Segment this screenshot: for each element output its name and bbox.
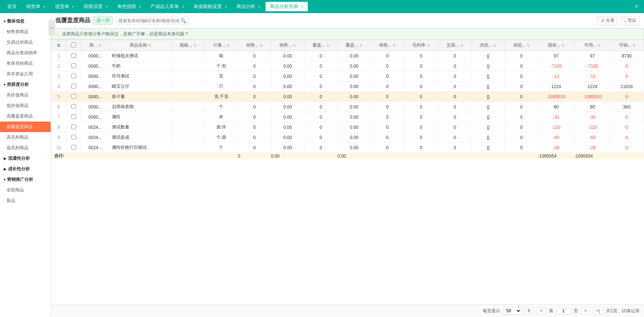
row-current: -28 xyxy=(538,143,574,153)
col-gross-margin[interactable]: 毛利率 ⇅ xyxy=(404,40,438,51)
nav-permissions[interactable]: 权限设置 × xyxy=(79,2,112,11)
col-cover1[interactable]: 覆盖... ⇅ xyxy=(304,40,337,51)
col-browse1[interactable]: 浏览... ⇅ xyxy=(472,40,505,51)
row-browse1[interactable]: 0 xyxy=(472,112,505,122)
sidebar-section-overall[interactable]: ▾ 整体信息 xyxy=(0,16,51,27)
row-checkbox[interactable] xyxy=(66,132,81,143)
col-current[interactable]: 现有... ⇅ xyxy=(538,40,574,51)
header-actions: ↗ 分享 ↓ 导出 xyxy=(597,16,640,25)
row-current: 80 xyxy=(538,102,574,112)
nav-analysis[interactable]: 商品分析 × xyxy=(232,2,265,11)
col-name[interactable]: 商品名称 ⇅ xyxy=(109,40,171,51)
row-browse1[interactable]: 0 xyxy=(472,102,505,112)
nav-close-all-button[interactable]: × xyxy=(632,2,641,11)
sidebar-section-cluster[interactable]: ▾ 类群度分析 xyxy=(0,79,51,90)
col-sales3[interactable]: 销售... ⇅ xyxy=(371,40,404,51)
row-browse1[interactable]: 0 xyxy=(472,132,505,143)
col-trade[interactable]: 交易... ⇅ xyxy=(438,40,471,51)
row-sales-qty: 0 xyxy=(238,82,271,92)
row-trade: 0 xyxy=(438,132,471,143)
sidebar-item-in-stock[interactable]: 有库存的商品 xyxy=(0,58,51,69)
sidebar-item-high-coverage[interactable]: 高覆盖度商品 xyxy=(0,111,51,122)
sidebar-item-high-margin[interactable]: 高毛利商品 xyxy=(0,132,51,143)
sidebar-item-traded-goods[interactable]: 交易过的商品 xyxy=(0,37,51,48)
row-checkbox[interactable] xyxy=(66,71,81,82)
col-unit[interactable]: 计量... ⇅ xyxy=(205,40,238,51)
row-available: -28 xyxy=(574,143,611,153)
nav-permissions-close[interactable]: × xyxy=(106,5,108,9)
nav-analysis-list[interactable]: 商品分析列表 × xyxy=(266,2,308,11)
first-page-button[interactable]: K xyxy=(525,307,534,314)
row-checkbox[interactable] xyxy=(66,92,81,102)
col-checkbox[interactable] xyxy=(66,40,81,51)
col-cover2[interactable]: 覆盖... ⇅ xyxy=(338,40,371,51)
export-icon: ↓ xyxy=(624,18,626,23)
row-checkbox[interactable] xyxy=(66,51,81,61)
nav-home[interactable]: 首页 xyxy=(3,2,21,11)
sidebar-item-low-margin[interactable]: 低毛利商品 xyxy=(0,143,51,153)
col-spec[interactable]: 规格... ⇅ xyxy=(171,40,204,51)
sidebar-item-sales-goods[interactable]: 销售类商品 xyxy=(0,27,51,37)
row-browse1[interactable]: 0 xyxy=(472,82,505,92)
nav-analysis-list-close[interactable]: × xyxy=(301,5,303,9)
select-all-checkbox[interactable] xyxy=(71,43,76,47)
nav-sales-close[interactable]: × xyxy=(43,5,46,9)
row-browse2: 0 xyxy=(505,61,538,71)
sidebar-item-category-turnover[interactable]: 商品分类动销率 xyxy=(0,48,51,58)
search-input[interactable] xyxy=(118,18,180,23)
table-container[interactable]: ⚙ 商... ⇅ 商品名称 ⇅ 规格... ⇅ 计量... ⇅ 销售... ⇅ … xyxy=(51,40,644,304)
nav-templates[interactable]: 单据模板设置 × xyxy=(189,2,231,11)
row-checkbox[interactable] xyxy=(66,143,81,153)
sidebar-section-liquidity[interactable]: ▶ 流通性分析 xyxy=(0,153,51,164)
col-available[interactable]: 可用... ⇅ xyxy=(574,40,611,51)
row-checkbox[interactable] xyxy=(66,102,81,112)
sidebar-collapse-button[interactable]: « xyxy=(49,20,55,35)
row-checkbox[interactable] xyxy=(66,112,81,122)
row-browse1[interactable]: 0 xyxy=(472,51,505,61)
row-trade: 0 xyxy=(438,61,471,71)
export-button[interactable]: ↓ 导出 xyxy=(621,16,640,25)
search-icon: 🔍 xyxy=(180,18,186,23)
nav-product-entry-close[interactable]: × xyxy=(182,5,184,9)
col-sales-qty[interactable]: 销售... ⇅ xyxy=(238,40,271,51)
row-browse1[interactable]: 0 xyxy=(472,71,505,82)
nav-purchase[interactable]: 进货单 × xyxy=(51,2,79,11)
col-saleable[interactable]: 可销... ⇅ xyxy=(610,40,644,51)
row-browse1[interactable]: 0 xyxy=(472,92,505,102)
row-checkbox[interactable] xyxy=(66,122,81,132)
page-input[interactable] xyxy=(556,307,571,314)
row-browse1[interactable]: 0 xyxy=(472,61,505,71)
sidebar-item-high-value[interactable]: 高价值商品 xyxy=(0,90,51,100)
prev-page-button[interactable]: < xyxy=(537,307,546,314)
nav-templates-close[interactable]: × xyxy=(225,5,227,9)
row-unit: 个 xyxy=(205,102,238,112)
sidebar-item-all-goods[interactable]: 全部商品 xyxy=(0,185,51,195)
nav-roles-close[interactable]: × xyxy=(139,5,141,9)
page-size-select[interactable]: 50 20 100 xyxy=(503,307,522,315)
nav-roles[interactable]: 角色授权 × xyxy=(113,2,146,11)
row-browse1[interactable]: 0 xyxy=(472,143,505,153)
col-settings[interactable]: ⚙ xyxy=(51,40,66,51)
col-browse2[interactable]: 浏览... ⇅ xyxy=(505,40,538,51)
col-code[interactable]: 商... ⇅ xyxy=(81,40,109,51)
sidebar-item-low-value[interactable]: 低价值商品 xyxy=(0,100,51,111)
share-button[interactable]: ↗ 分享 xyxy=(597,16,618,25)
last-page-button[interactable]: >| xyxy=(593,307,603,314)
col-sales-amount[interactable]: 销售... ⇅ xyxy=(271,40,304,51)
sidebar-section-marketing[interactable]: ▾ 营销推广分析 xyxy=(0,174,51,185)
sidebar-section-growth[interactable]: ▶ 成长性分析 xyxy=(0,164,51,174)
next-page-button[interactable]: > xyxy=(581,307,590,314)
sidebar-item-capital[interactable]: 库存资金占用 xyxy=(0,69,51,79)
nav-sales[interactable]: 销货单 × xyxy=(22,2,50,11)
sidebar-item-new-goods[interactable]: 新品 xyxy=(0,195,51,206)
nav-purchase-close[interactable]: × xyxy=(72,5,74,9)
row-checkbox[interactable] xyxy=(66,61,81,71)
time-filter-button[interactable]: 近一月 xyxy=(93,16,113,25)
nav-product-entry[interactable]: 产成品入库单 × xyxy=(146,2,188,11)
row-sales-amount: 0.00 xyxy=(271,61,304,71)
sidebar-item-low-coverage[interactable]: 低覆盖度商品 xyxy=(0,122,51,132)
nav-analysis-close[interactable]: × xyxy=(258,5,260,9)
row-browse1[interactable]: 0 xyxy=(472,122,505,132)
row-current: -7105 xyxy=(538,61,574,71)
row-checkbox[interactable] xyxy=(66,82,81,92)
